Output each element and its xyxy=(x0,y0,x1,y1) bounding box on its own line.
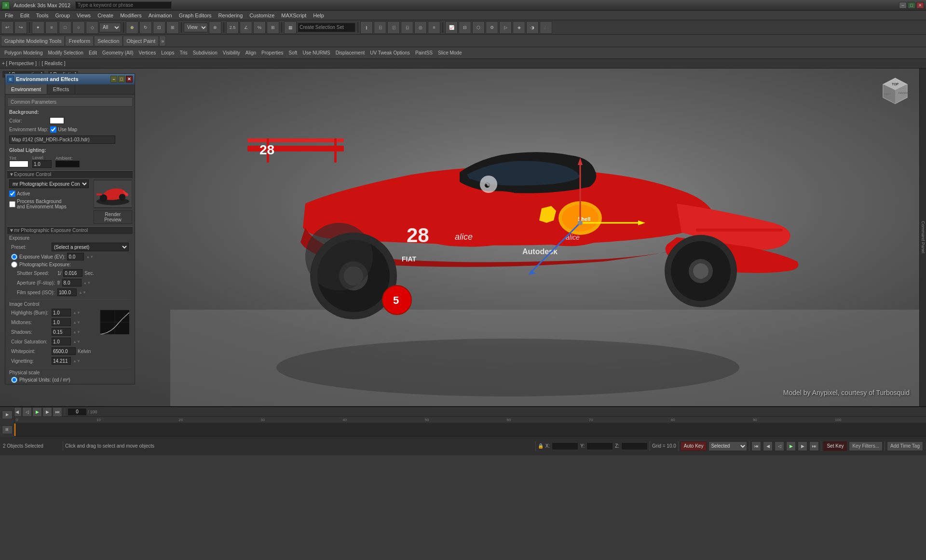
align-btn[interactable]: Align xyxy=(243,48,259,58)
graphite-tools-btn[interactable]: Graphite Modeling Tools xyxy=(1,36,65,46)
render-frame-btn[interactable]: ▷ xyxy=(499,21,512,34)
mirror-btn[interactable]: ⫿ xyxy=(360,21,373,34)
menu-customize[interactable]: Customize xyxy=(246,12,277,19)
status-go-end[interactable]: ⏭ xyxy=(809,441,819,451)
maximize-button[interactable]: □ xyxy=(908,2,915,9)
viewport-3d[interactable]: + [ Perspective ] [ Realistic ] xyxy=(0,68,919,406)
ev-value-input[interactable] xyxy=(67,253,84,260)
level-input[interactable] xyxy=(32,160,52,168)
snap-3d-btn[interactable]: 2.5 xyxy=(226,21,239,34)
named-select-btn[interactable]: ▦ xyxy=(284,21,297,34)
place-highlight-btn[interactable]: ◎ xyxy=(414,21,427,34)
vignetting-input[interactable] xyxy=(52,357,71,365)
viewport-cube-gizmo[interactable]: TOP FRONT LEFT xyxy=(878,76,912,109)
z-input[interactable] xyxy=(621,442,648,450)
add-time-tag-btn[interactable]: Add Time Tag xyxy=(887,441,923,451)
tint-swatch[interactable] xyxy=(9,161,28,167)
whitepoint-input[interactable] xyxy=(52,347,76,355)
polygon-modeling-btn[interactable]: Polygon Modeling xyxy=(2,48,45,58)
curve-editor-btn[interactable]: 📈 xyxy=(445,21,458,34)
status-prev-frame[interactable]: ◀ xyxy=(763,441,773,451)
ev-radio[interactable] xyxy=(11,254,17,260)
x-input[interactable] xyxy=(552,442,578,450)
menu-create[interactable]: Create xyxy=(95,12,116,19)
timeline-track[interactable] xyxy=(14,423,926,436)
scale-tool-btn[interactable]: ⊡ xyxy=(153,21,165,34)
menu-group[interactable]: Group xyxy=(52,12,73,19)
minimize-button[interactable]: – xyxy=(899,2,907,9)
use-map-checkbox[interactable]: Use Map xyxy=(50,126,77,133)
photo-radio[interactable] xyxy=(11,261,17,268)
render-last-btn[interactable]: ◈ xyxy=(513,21,525,34)
modify-selection-btn[interactable]: Modify Selection xyxy=(46,48,86,58)
lock-icon[interactable]: 🔒 xyxy=(538,443,544,449)
set-key-btn[interactable]: Set Key xyxy=(823,441,847,451)
rect-select-btn[interactable]: □ xyxy=(59,21,71,34)
select-filter[interactable]: All Geometry Shapes Lights xyxy=(99,23,121,32)
snap-percent-btn[interactable]: % xyxy=(253,21,266,34)
snap-angle-btn[interactable]: ∠ xyxy=(240,21,252,34)
bg-color-swatch[interactable] xyxy=(50,117,64,124)
next-frame-btn[interactable]: ▶ xyxy=(42,407,52,417)
menu-animation[interactable]: Animation xyxy=(146,12,175,19)
properties-btn[interactable]: Properties xyxy=(259,48,286,58)
status-next-frame[interactable]: ▶ xyxy=(798,441,807,451)
close-button[interactable]: ✕ xyxy=(916,2,924,9)
paintss-btn[interactable]: PaintSS xyxy=(413,48,435,58)
menu-modifiers[interactable]: Modifiers xyxy=(117,12,145,19)
status-go-start[interactable]: ⏮ xyxy=(751,441,761,451)
loops-btn[interactable]: Loops xyxy=(159,48,177,58)
env-panel-minimize[interactable]: – xyxy=(110,76,117,82)
circle-select-btn[interactable]: ○ xyxy=(72,21,85,34)
layer-btn[interactable]: ≡ xyxy=(428,21,440,34)
menu-rendering[interactable]: Rendering xyxy=(216,12,246,19)
select-object-btn[interactable]: ✦ xyxy=(32,21,44,34)
timeline-left-btn1[interactable]: ▶ xyxy=(2,410,13,419)
map-file-display[interactable]: Map #142 (SM_HDRI-Pack1-03.hdr) xyxy=(9,136,115,144)
reference-coord-select[interactable]: View World Local Screen xyxy=(184,23,208,32)
use-map-check[interactable] xyxy=(50,126,56,133)
menu-maxscript[interactable]: MAXScript xyxy=(278,12,309,19)
render-preview-button[interactable]: Render Preview xyxy=(94,210,132,224)
visibility-btn[interactable]: Visibility xyxy=(220,48,243,58)
pivot-btn[interactable]: ⊗ xyxy=(209,21,221,34)
slice-mode-btn[interactable]: Slice Mode xyxy=(436,48,464,58)
shadows-input[interactable] xyxy=(52,328,71,336)
align-btn[interactable]: ⌸ xyxy=(374,21,386,34)
subdivision-btn[interactable]: Subdivision xyxy=(191,48,220,58)
auto-key-btn[interactable]: Auto Key xyxy=(681,441,707,451)
media-btn[interactable]: 🎥 xyxy=(540,21,552,34)
env-panel-restore[interactable]: □ xyxy=(118,76,125,82)
ambient-swatch[interactable] xyxy=(55,161,80,167)
edit-btn[interactable]: Edit xyxy=(86,48,99,58)
play-btn[interactable]: ▶ xyxy=(32,407,42,417)
snap-spinner-btn[interactable]: ⊞ xyxy=(267,21,279,34)
y-input[interactable] xyxy=(586,442,613,450)
color-sat-input[interactable] xyxy=(52,338,71,345)
menu-edit[interactable]: Edit xyxy=(17,12,32,19)
schematic-view-btn[interactable]: ⊟ xyxy=(459,21,471,34)
ec-preset-select[interactable]: mr Photographic Exposure Contr... xyxy=(9,179,89,188)
menu-file[interactable]: File xyxy=(2,12,16,19)
menu-views[interactable]: Views xyxy=(74,12,94,19)
shutter-input[interactable] xyxy=(63,269,82,277)
aperture-input[interactable] xyxy=(62,279,82,287)
rotate-tool-btn[interactable]: ↻ xyxy=(139,21,152,34)
object-paint-btn[interactable]: Object Paint xyxy=(123,36,159,46)
displacement-btn[interactable]: Displacement xyxy=(333,48,368,58)
preset-select[interactable]: (Select a preset) Sunlight Indoor xyxy=(52,243,129,251)
status-play[interactable]: ▶ xyxy=(786,441,796,451)
env-panel-close[interactable]: ✕ xyxy=(126,76,133,82)
selection-btn[interactable]: Selection xyxy=(94,36,123,46)
ec-process-bg-checkbox[interactable]: Process Background and Environment Maps xyxy=(9,199,67,209)
selected-dropdown[interactable]: Selected All xyxy=(708,441,747,451)
select-by-name-btn[interactable]: ≡ xyxy=(45,21,58,34)
mat-editor-btn[interactable]: ⬡ xyxy=(472,21,485,34)
ec-process-bg-check[interactable] xyxy=(9,201,15,207)
move-tool-btn[interactable]: ⊕ xyxy=(126,21,138,34)
lasso-select-btn[interactable]: ◇ xyxy=(86,21,98,34)
film-input[interactable] xyxy=(57,288,77,296)
expand-toolbar-btn[interactable]: » xyxy=(159,36,166,46)
select-manip-btn[interactable]: ⊞ xyxy=(166,21,179,34)
render-setup-btn[interactable]: ⚙ xyxy=(486,21,498,34)
